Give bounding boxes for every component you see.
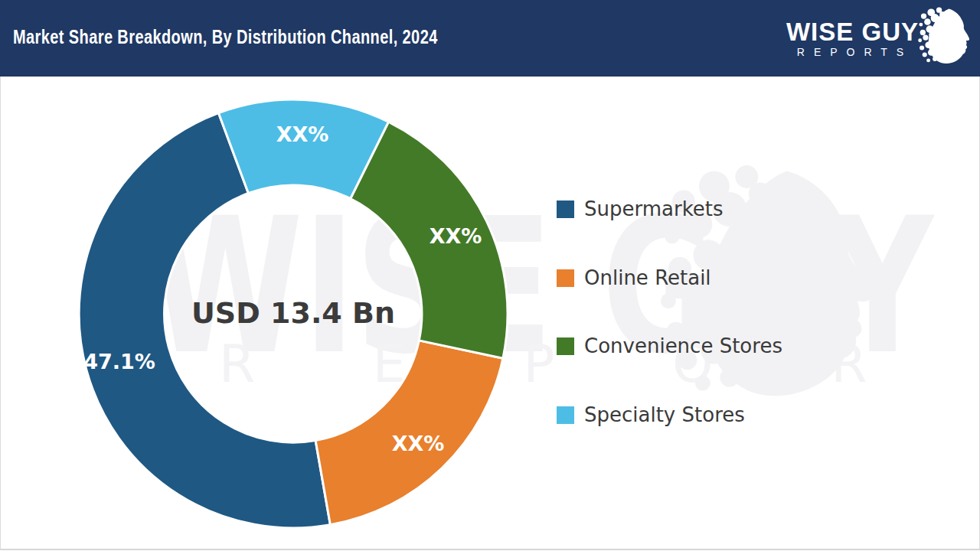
header-bar: Market Share Breakdown, By Distribution … <box>0 0 980 77</box>
center-value-label: USD 13.4 Bn <box>191 296 395 330</box>
slice-percentage-label: XX% <box>392 432 445 455</box>
logo-face-icon <box>917 4 975 73</box>
slice-percentage-label: 47.1% <box>83 350 155 373</box>
logo-subtitle: REPORTS <box>797 47 913 57</box>
donut-chart <box>0 0 980 551</box>
legend-label: Convenience Stores <box>584 335 782 358</box>
legend-label: Supermarkets <box>584 198 724 221</box>
legend-swatch-online-retail <box>557 269 574 287</box>
legend-item-convenience-stores: Convenience Stores <box>557 335 782 358</box>
legend-swatch-convenience-stores <box>557 337 574 355</box>
page-title: Market Share Breakdown, By Distribution … <box>13 26 438 48</box>
logo-wordmark: WISE GUY <box>786 19 919 44</box>
slice-percentage-label: XX% <box>276 122 329 146</box>
legend-label: Specialty Stores <box>584 404 745 427</box>
legend-item-supermarkets: Supermarkets <box>557 198 724 221</box>
wise-guy-logo: WISE GUY REPORTS <box>775 2 975 75</box>
legend-swatch-supermarkets <box>557 201 574 218</box>
legend-swatch-specialty-stores <box>557 406 574 424</box>
legend-label: Online Retail <box>584 267 711 290</box>
logo-text: WISE GUY REPORTS <box>786 19 919 57</box>
legend-item-online-retail: Online Retail <box>557 267 711 290</box>
legend-item-specialty-stores: Specialty Stores <box>557 404 745 427</box>
slice-percentage-label: XX% <box>430 224 482 248</box>
